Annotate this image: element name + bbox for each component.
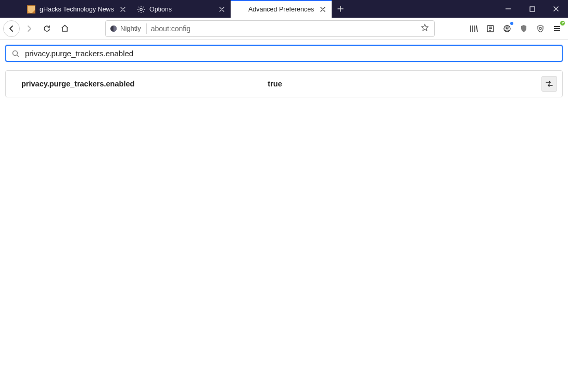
pref-row: privacy.purge_trackers.enabled true <box>5 70 563 97</box>
minimize-button[interactable] <box>496 0 520 18</box>
window-controls <box>496 0 568 18</box>
title-bar: gHacks Technology News Options Advanced … <box>0 0 568 18</box>
pref-search-input[interactable] <box>25 49 557 58</box>
pref-search-box[interactable] <box>5 45 563 62</box>
reload-button[interactable] <box>39 20 55 37</box>
toolbar-extension-area <box>440 20 565 37</box>
svg-point-6 <box>539 27 541 29</box>
tab-ghacks[interactable]: gHacks Technology News <box>22 0 132 18</box>
hamburger-menu-button[interactable] <box>549 20 565 37</box>
firefox-nightly-icon <box>110 25 117 32</box>
ghacks-favicon-icon <box>27 5 35 14</box>
url-text: about:config <box>151 24 414 33</box>
tab-label: gHacks Technology News <box>40 6 114 13</box>
maximize-button[interactable] <box>520 0 544 18</box>
gear-icon <box>137 5 145 14</box>
window-close-button[interactable] <box>544 0 568 18</box>
back-button[interactable] <box>3 20 20 37</box>
shield-protection-icon[interactable] <box>533 20 548 37</box>
nav-toolbar: Nightly about:config <box>0 18 568 40</box>
search-icon <box>11 49 20 58</box>
svg-point-7 <box>13 50 18 55</box>
close-icon[interactable] <box>118 5 128 14</box>
blank-favicon-icon <box>236 5 244 14</box>
tab-options[interactable]: Options <box>132 0 231 18</box>
pref-toggle-button[interactable] <box>541 76 557 92</box>
account-button[interactable] <box>499 20 515 37</box>
home-button[interactable] <box>56 20 73 37</box>
pref-value: true <box>268 80 541 88</box>
tab-label: Options <box>149 6 213 13</box>
close-icon[interactable] <box>217 5 226 14</box>
library-button[interactable] <box>466 20 482 37</box>
identity-box[interactable]: Nightly <box>110 23 147 34</box>
tab-label: Advanced Preferences <box>248 6 314 13</box>
forward-button[interactable] <box>21 20 37 37</box>
shield-ublock-icon[interactable] <box>516 20 532 37</box>
about-config-content: privacy.purge_trackers.enabled true <box>0 40 568 392</box>
svg-point-5 <box>506 27 508 29</box>
pref-name: privacy.purge_trackers.enabled <box>21 80 268 88</box>
svg-rect-1 <box>530 7 535 11</box>
close-icon[interactable] <box>318 5 327 14</box>
new-tab-button[interactable] <box>332 0 349 18</box>
identity-label: Nightly <box>120 24 141 32</box>
url-bar[interactable]: Nightly about:config <box>105 20 435 37</box>
svg-point-0 <box>140 8 142 10</box>
tab-advanced-preferences[interactable]: Advanced Preferences <box>231 0 332 18</box>
reader-view-icon[interactable] <box>483 20 498 37</box>
update-badge-icon <box>560 21 565 26</box>
notification-dot-icon <box>510 22 513 25</box>
bookmark-star-icon[interactable] <box>419 23 431 33</box>
